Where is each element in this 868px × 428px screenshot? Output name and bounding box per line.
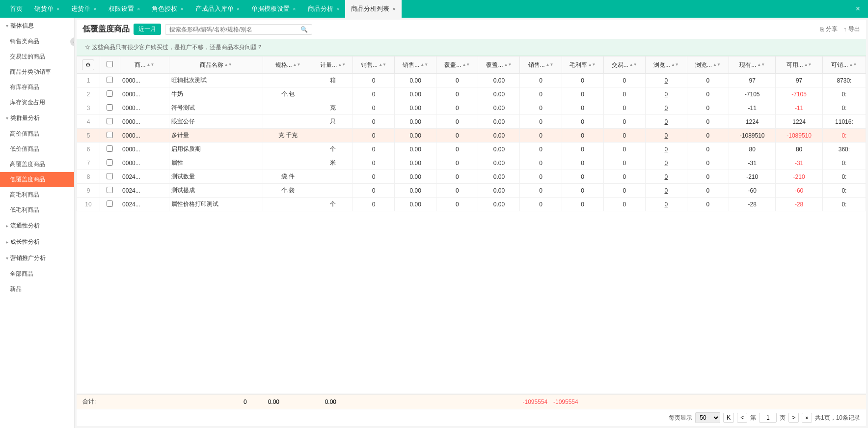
- cell-checkbox[interactable]: [100, 156, 120, 170]
- cell-view1[interactable]: 0: [645, 170, 687, 184]
- row-checkbox[interactable]: [107, 200, 113, 207]
- col-checkbox-header[interactable]: [100, 57, 120, 74]
- cell-trade: 0: [603, 74, 645, 87]
- col-margin-header[interactable]: 毛利率▲▼: [562, 57, 603, 74]
- sidebar-item-in-stock[interactable]: 有库存商品: [0, 80, 74, 95]
- sidebar-section-marketing[interactable]: ▾ 营销推广分析: [0, 250, 74, 266]
- next-page-button[interactable]: >: [788, 413, 799, 423]
- col-spec-header[interactable]: 规格...▲▼: [263, 57, 313, 74]
- cell-view1[interactable]: 0: [645, 74, 687, 87]
- sidebar-item-low-margin[interactable]: 低毛利商品: [0, 202, 74, 218]
- row-checkbox[interactable]: [107, 90, 113, 97]
- col-coverage1-header[interactable]: 覆盖...▲▼: [436, 57, 478, 74]
- sidebar-item-high-margin[interactable]: 高毛利商品: [0, 187, 74, 202]
- nav-product-analysis[interactable]: 商品分析 ×: [302, 0, 345, 18]
- row-checkbox[interactable]: [107, 77, 113, 83]
- sidebar-item-low-value[interactable]: 低价值商品: [0, 142, 74, 157]
- col-unit-header[interactable]: 计量...▲▼: [313, 57, 353, 74]
- nav-sales-order[interactable]: 销货单 ×: [28, 0, 65, 18]
- row-checkbox[interactable]: [107, 118, 113, 124]
- close-icon[interactable]: ×: [93, 6, 96, 12]
- col-settings[interactable]: ⚙: [77, 57, 100, 74]
- sidebar-item-high-value[interactable]: 高价值商品: [0, 126, 74, 142]
- select-all-checkbox[interactable]: [107, 61, 113, 67]
- sidebar-section-cluster[interactable]: ▾ 类群量分析: [0, 110, 74, 126]
- col-sales-qty-header[interactable]: 销售...▲▼: [353, 57, 395, 74]
- close-icon[interactable]: ×: [237, 6, 240, 12]
- sidebar-item-sales-products[interactable]: 销售类商品: [0, 34, 74, 49]
- row-checkbox[interactable]: [107, 132, 113, 138]
- cell-view1[interactable]: 0: [645, 198, 687, 211]
- cell-view1[interactable]: 0: [645, 143, 687, 156]
- cell-checkbox[interactable]: [100, 101, 120, 115]
- sidebar-item-new-products[interactable]: 新品: [0, 282, 74, 297]
- sidebar-item-traded-products[interactable]: 交易过的商品: [0, 49, 74, 64]
- nav-purchase-order[interactable]: 进货单 ×: [65, 0, 102, 18]
- prev-page-button[interactable]: <: [737, 413, 747, 423]
- cell-view1[interactable]: 0: [645, 115, 687, 129]
- page-number-input[interactable]: [759, 413, 777, 423]
- time-filter-button[interactable]: 近一月: [134, 24, 161, 35]
- close-icon[interactable]: ×: [180, 6, 183, 12]
- col-stock-avail-header[interactable]: 可用...▲▼: [776, 57, 822, 74]
- cell-checkbox[interactable]: [100, 115, 120, 129]
- row-checkbox[interactable]: [107, 173, 113, 179]
- cell-checkbox[interactable]: [100, 87, 120, 101]
- cell-unit: [313, 184, 353, 198]
- close-icon[interactable]: ×: [56, 6, 59, 12]
- cell-view1[interactable]: 0: [645, 101, 687, 115]
- col-stock-cur-header[interactable]: 现有...▲▼: [729, 57, 776, 74]
- row-checkbox[interactable]: [107, 187, 113, 193]
- col-name-header[interactable]: 商品名称▲▼: [169, 57, 263, 74]
- cell-checkbox[interactable]: [100, 143, 120, 156]
- export-button[interactable]: ↑ 导出: [843, 25, 860, 33]
- nav-template-settings[interactable]: 单据模板设置 ×: [245, 0, 301, 18]
- column-settings-button[interactable]: ⚙: [82, 59, 94, 70]
- page-size-select[interactable]: 50 100: [695, 412, 720, 423]
- cell-checkbox[interactable]: [100, 184, 120, 198]
- row-checkbox[interactable]: [107, 104, 113, 111]
- col-stock-sale-header[interactable]: 可销...▲▼: [822, 57, 866, 74]
- cell-cov2: 0.00: [478, 198, 520, 211]
- close-icon[interactable]: ×: [293, 6, 296, 12]
- row-checkbox[interactable]: [107, 159, 113, 166]
- col-coverage2-header[interactable]: 覆盖...▲▼: [478, 57, 520, 74]
- col-view2-header[interactable]: 浏览...▲▼: [687, 57, 729, 74]
- nav-role-auth[interactable]: 角色授权 ×: [146, 0, 189, 18]
- sidebar-section-overall[interactable]: ▾ 整体信息: [0, 18, 74, 34]
- nav-product-analysis-list[interactable]: 商品分析列表 ×: [345, 0, 401, 18]
- cell-view1[interactable]: 0: [645, 184, 687, 198]
- col-sales-count-header[interactable]: 销售...▲▼: [520, 57, 562, 74]
- sidebar-item-high-coverage[interactable]: 高覆盖度商品: [0, 157, 74, 172]
- sidebar-item-low-coverage[interactable]: 低覆盖度商品: [0, 172, 74, 187]
- nav-permission[interactable]: 权限设置 ×: [103, 0, 146, 18]
- sidebar-item-category-rate[interactable]: 商品分类动销率: [0, 64, 74, 80]
- cell-checkbox[interactable]: [100, 129, 120, 143]
- nav-home[interactable]: 首页: [4, 0, 28, 18]
- col-trade-header[interactable]: 交易...▲▼: [603, 57, 645, 74]
- cell-view1[interactable]: 0: [645, 156, 687, 170]
- search-input[interactable]: [169, 26, 300, 33]
- share-button[interactable]: ⎘ 分享: [820, 25, 838, 33]
- cell-view1[interactable]: 0: [645, 129, 687, 143]
- first-page-button[interactable]: K: [723, 413, 734, 423]
- nav-product-inbound[interactable]: 产成品入库单 ×: [190, 0, 245, 18]
- cell-view1[interactable]: 0: [645, 87, 687, 101]
- col-code-header[interactable]: 商...▲▼: [120, 57, 169, 74]
- sidebar-item-stock-capital[interactable]: 库存资金占用: [0, 95, 74, 110]
- sidebar-section-liquidity[interactable]: ▸ 流通性分析: [0, 218, 74, 234]
- cell-checkbox[interactable]: [100, 170, 120, 184]
- close-icon[interactable]: ×: [137, 6, 140, 12]
- sidebar-section-growth[interactable]: ▸ 成长性分析: [0, 234, 74, 250]
- last-page-button[interactable]: »: [802, 413, 812, 423]
- sidebar-item-all-products[interactable]: 全部商品: [0, 266, 74, 282]
- col-view1-header[interactable]: 浏览...▲▼: [645, 57, 687, 74]
- cell-checkbox[interactable]: [100, 74, 120, 87]
- col-sales-amt-header[interactable]: 销售...▲▼: [395, 57, 436, 74]
- row-checkbox[interactable]: [107, 145, 113, 152]
- cell-checkbox[interactable]: [100, 198, 120, 211]
- close-icon[interactable]: ×: [336, 6, 339, 12]
- cell-stock-avail: -60: [776, 184, 822, 198]
- close-icon[interactable]: ×: [392, 6, 395, 12]
- nav-close-all-button[interactable]: ×: [852, 4, 864, 13]
